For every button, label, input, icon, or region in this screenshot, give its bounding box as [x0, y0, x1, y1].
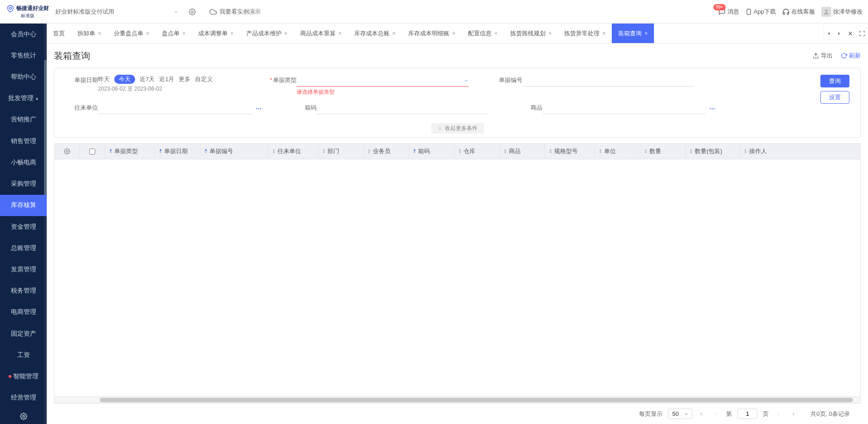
table-h-scrollbar[interactable]: [54, 397, 861, 403]
messages-button[interactable]: 消息 99+: [718, 8, 739, 16]
close-icon[interactable]: ×: [98, 30, 101, 37]
sidebar-item-0[interactable]: 会员中心: [0, 24, 47, 45]
page-input[interactable]: [737, 409, 757, 419]
sort-icon[interactable]: ▲▼: [159, 149, 162, 154]
column-header-qty[interactable]: ▲▼数量: [640, 144, 686, 159]
online-service-button[interactable]: 在线客服: [782, 8, 815, 16]
close-icon[interactable]: ×: [392, 30, 395, 37]
date-preset-2[interactable]: 近7天: [140, 75, 155, 83]
sort-icon[interactable]: ▲▼: [367, 149, 371, 154]
prev-page-button[interactable]: [712, 410, 721, 418]
tab-3[interactable]: 盘点单×: [156, 24, 192, 43]
tab-0[interactable]: 首页: [47, 24, 71, 43]
sort-icon[interactable]: ▲▼: [109, 149, 112, 154]
product-selector[interactable]: 好业财标准版交付试用: [55, 8, 196, 16]
sidebar-item-10[interactable]: 总账管理: [0, 237, 47, 259]
sidebar-item-6[interactable]: 小畅电商: [0, 152, 47, 173]
sidebar-item-9[interactable]: 资金管理: [0, 216, 47, 237]
close-icon[interactable]: ×: [644, 30, 648, 37]
sidebar-item-4[interactable]: 营销推广: [0, 109, 47, 130]
close-icon[interactable]: ×: [452, 30, 455, 37]
close-icon[interactable]: ×: [338, 30, 341, 37]
sort-icon[interactable]: ▲▼: [272, 149, 276, 154]
sidebar-item-17[interactable]: 经营管理: [0, 387, 47, 409]
sort-icon[interactable]: ▲▼: [458, 149, 462, 154]
date-preset-4[interactable]: 更多: [179, 75, 190, 83]
tab-4[interactable]: 成本调整单×: [192, 24, 240, 43]
app-download-button[interactable]: App下载: [746, 8, 776, 16]
next-page-button[interactable]: [774, 410, 782, 418]
partner-input[interactable]: [98, 102, 252, 114]
sidebar-item-7[interactable]: 采购管理: [0, 173, 47, 195]
sidebar-item-11[interactable]: 发票管理: [0, 259, 47, 280]
date-preset-0[interactable]: 昨天: [98, 75, 110, 83]
column-header-spec[interactable]: ▲▼规格型号: [545, 144, 595, 159]
sort-icon[interactable]: ▲▼: [503, 149, 507, 154]
sidebar-item-1[interactable]: 零售统计: [0, 45, 47, 66]
tab-5[interactable]: 产品成本维护×: [240, 24, 294, 43]
sort-icon[interactable]: ▲▼: [744, 149, 747, 154]
close-icon[interactable]: ×: [548, 30, 551, 37]
per-page-select[interactable]: 50: [668, 409, 692, 419]
sort-icon[interactable]: ▲▼: [549, 149, 552, 154]
doctype-select[interactable]: [297, 75, 469, 87]
tabs-scroll-right-button[interactable]: [835, 29, 843, 39]
goods-input[interactable]: [542, 102, 706, 114]
tabs-scroll-left-button[interactable]: [825, 29, 833, 39]
tab-7[interactable]: 库存成本总账×: [348, 24, 402, 43]
column-header-check[interactable]: [80, 144, 105, 159]
close-icon[interactable]: ×: [182, 30, 185, 37]
tab-2[interactable]: 分量盘点单×: [107, 24, 156, 43]
tabs-close-all-button[interactable]: [845, 29, 855, 39]
close-icon[interactable]: ×: [146, 30, 149, 37]
sort-icon[interactable]: ▲▼: [689, 149, 693, 154]
column-header-docno[interactable]: ▲▼单据编号: [200, 144, 268, 159]
column-header-clerk[interactable]: ▲▼业务员: [364, 144, 409, 159]
sort-icon[interactable]: ▲▼: [644, 149, 648, 154]
column-header-boxcode[interactable]: ▲▼箱码: [409, 144, 454, 159]
last-page-button[interactable]: [788, 410, 797, 418]
close-icon[interactable]: ×: [230, 30, 234, 37]
tab-10[interactable]: 拣货路线规划×: [504, 24, 558, 43]
column-header-operator[interactable]: ▲▼操作人: [740, 144, 785, 159]
column-header-dept[interactable]: ▲▼部门: [318, 144, 364, 159]
column-header-doctype[interactable]: ▲▼单据类型: [105, 144, 155, 159]
tab-6[interactable]: 商品成本重算×: [294, 24, 348, 43]
sidebar-item-5[interactable]: 销售管理: [0, 130, 47, 152]
close-icon[interactable]: ×: [284, 30, 288, 37]
gear-icon[interactable]: [189, 8, 196, 15]
sort-icon[interactable]: ▲▼: [413, 149, 416, 154]
sort-icon[interactable]: ▲▼: [599, 149, 602, 154]
boxcode-input[interactable]: [317, 102, 489, 114]
tabs-fullscreen-button[interactable]: [857, 29, 867, 39]
partner-more-button[interactable]: ⋯: [256, 105, 262, 112]
date-preset-5[interactable]: 自定义: [195, 75, 213, 83]
query-button[interactable]: 查询: [820, 75, 849, 87]
collapse-filters-button[interactable]: 收起更多条件: [431, 123, 484, 134]
tab-1[interactable]: 拆卸单×: [71, 24, 107, 43]
sidebar-item-12[interactable]: 税务管理: [0, 280, 47, 302]
close-icon[interactable]: ×: [494, 30, 497, 37]
tab-11[interactable]: 拣货异常处理×: [558, 24, 612, 43]
settings-button[interactable]: 设置: [820, 91, 849, 104]
sidebar-item-8[interactable]: 库存核算: [0, 195, 47, 216]
close-icon[interactable]: ×: [602, 30, 605, 37]
column-header-partner[interactable]: ▲▼往来单位: [268, 144, 318, 159]
column-header-docdate[interactable]: ▲▼单据日期: [155, 144, 200, 159]
tab-12[interactable]: 装箱查询×: [612, 24, 654, 43]
sidebar-item-2[interactable]: 帮助中心: [0, 66, 47, 87]
sidebar-settings-button[interactable]: [0, 409, 47, 424]
tab-8[interactable]: 库存成本明细账×: [402, 24, 462, 43]
export-button[interactable]: 导出: [813, 52, 833, 60]
select-all-checkbox[interactable]: [89, 149, 95, 154]
refresh-button[interactable]: 刷新: [841, 52, 861, 60]
goods-more-button[interactable]: ⋯: [709, 105, 716, 112]
date-preset-1[interactable]: 今天: [114, 75, 135, 84]
date-preset-3[interactable]: 近1月: [159, 75, 174, 83]
demo-link[interactable]: 我要看实例演示: [210, 8, 261, 16]
gear-icon[interactable]: [64, 148, 70, 154]
docno-input[interactable]: [522, 75, 695, 87]
column-header-qty_pack[interactable]: ▲▼数量(包装): [686, 144, 740, 159]
sidebar-item-15[interactable]: 工资: [0, 344, 47, 366]
user-menu[interactable]: 徐泽华修改: [821, 7, 863, 17]
